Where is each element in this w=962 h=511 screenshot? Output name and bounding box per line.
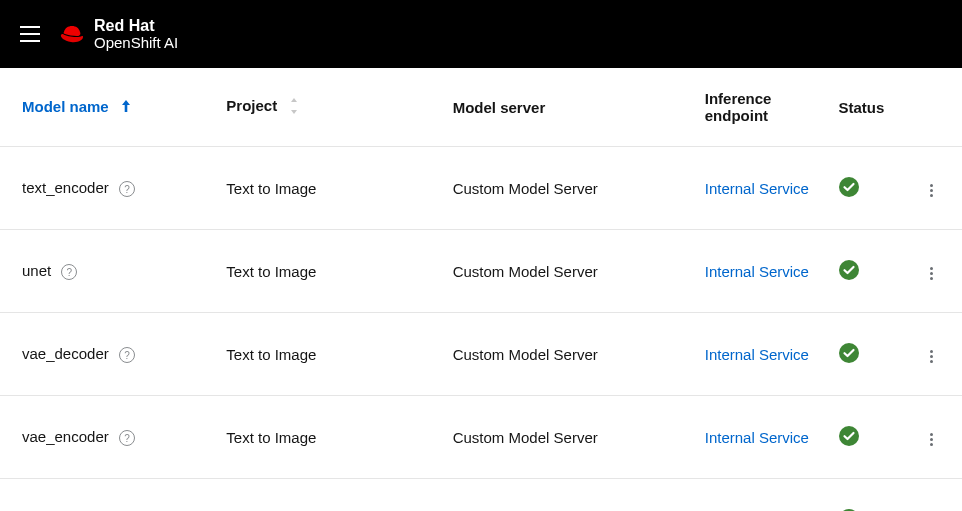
status-success-icon	[839, 177, 859, 197]
col-header-status-label: Status	[839, 99, 885, 116]
col-header-project[interactable]: Project	[226, 68, 452, 147]
cell-project: Text to Image	[226, 230, 452, 313]
row-actions-button[interactable]	[924, 427, 939, 452]
endpoint-link[interactable]: Internal Service	[705, 263, 809, 280]
cell-model-server: Custom Model Server	[453, 230, 705, 313]
brand: Red Hat OpenShift AI	[58, 17, 178, 51]
cell-actions	[921, 479, 962, 512]
cell-project: Object Detection	[226, 479, 452, 512]
cell-status	[839, 313, 921, 396]
col-header-project-label: Project	[226, 97, 277, 114]
brand-top: Red Hat	[94, 17, 178, 35]
endpoint-link[interactable]: Internal Service	[705, 346, 809, 363]
cell-status	[839, 230, 921, 313]
col-header-model-server-label: Model server	[453, 99, 546, 116]
col-header-endpoint-label: Inference endpoint	[705, 90, 772, 124]
col-header-actions	[921, 68, 962, 147]
cell-model-name: vae_encoder ?	[0, 396, 226, 479]
help-icon[interactable]: ?	[119, 430, 135, 446]
cell-actions	[921, 147, 962, 230]
cell-endpoint: Internal Service	[705, 313, 839, 396]
table-row: yolo ? Object Detection Model Server Int…	[0, 479, 962, 512]
row-actions-button[interactable]	[924, 178, 939, 203]
cell-model-name: unet ?	[0, 230, 226, 313]
status-success-icon	[839, 426, 859, 446]
cell-endpoint: Internal Service	[705, 230, 839, 313]
model-name-text: vae_decoder	[22, 345, 109, 362]
redhat-logo-icon	[58, 23, 86, 45]
cell-status	[839, 147, 921, 230]
models-table: Model name Project Model server	[0, 68, 962, 511]
top-bar: Red Hat OpenShift AI	[0, 0, 962, 68]
status-success-icon	[839, 260, 859, 280]
sort-asc-icon	[121, 99, 131, 116]
cell-status	[839, 396, 921, 479]
cell-model-name: text_encoder ?	[0, 147, 226, 230]
endpoint-link[interactable]: Internal Service	[705, 180, 809, 197]
menu-toggle-button[interactable]	[20, 26, 40, 42]
table-row: vae_decoder ? Text to Image Custom Model…	[0, 313, 962, 396]
cell-model-server: Custom Model Server	[453, 313, 705, 396]
cell-project: Text to Image	[226, 147, 452, 230]
cell-actions	[921, 313, 962, 396]
table-row: unet ? Text to Image Custom Model Server…	[0, 230, 962, 313]
row-actions-button[interactable]	[924, 261, 939, 286]
cell-model-name: vae_decoder ?	[0, 313, 226, 396]
cell-model-server: Custom Model Server	[453, 396, 705, 479]
endpoint-link[interactable]: Internal Service	[705, 429, 809, 446]
model-name-text: vae_encoder	[22, 428, 109, 445]
col-header-model-name[interactable]: Model name	[0, 68, 226, 147]
cell-model-server: Model Server	[453, 479, 705, 512]
cell-endpoint: Internal Service	[705, 479, 839, 512]
brand-bottom: OpenShift AI	[94, 35, 178, 52]
cell-model-name: yolo ?	[0, 479, 226, 512]
brand-text: Red Hat OpenShift AI	[94, 17, 178, 51]
cell-actions	[921, 230, 962, 313]
row-actions-button[interactable]	[924, 344, 939, 369]
model-name-text: unet	[22, 262, 51, 279]
cell-project: Text to Image	[226, 313, 452, 396]
help-icon[interactable]: ?	[119, 181, 135, 197]
cell-endpoint: Internal Service	[705, 396, 839, 479]
table-row: text_encoder ? Text to Image Custom Mode…	[0, 147, 962, 230]
sort-both-icon	[289, 98, 299, 117]
cell-model-server: Custom Model Server	[453, 147, 705, 230]
col-header-status: Status	[839, 68, 921, 147]
help-icon[interactable]: ?	[119, 347, 135, 363]
col-header-model-server: Model server	[453, 68, 705, 147]
table-header-row: Model name Project Model server	[0, 68, 962, 147]
help-icon[interactable]: ?	[61, 264, 77, 280]
model-name-text: text_encoder	[22, 179, 109, 196]
table-row: vae_encoder ? Text to Image Custom Model…	[0, 396, 962, 479]
status-success-icon	[839, 343, 859, 363]
cell-status	[839, 479, 921, 512]
col-header-model-name-label: Model name	[22, 98, 109, 115]
cell-endpoint: Internal Service	[705, 147, 839, 230]
cell-actions	[921, 396, 962, 479]
col-header-endpoint: Inference endpoint	[705, 68, 839, 147]
cell-project: Text to Image	[226, 396, 452, 479]
models-table-container: Model name Project Model server	[0, 68, 962, 511]
